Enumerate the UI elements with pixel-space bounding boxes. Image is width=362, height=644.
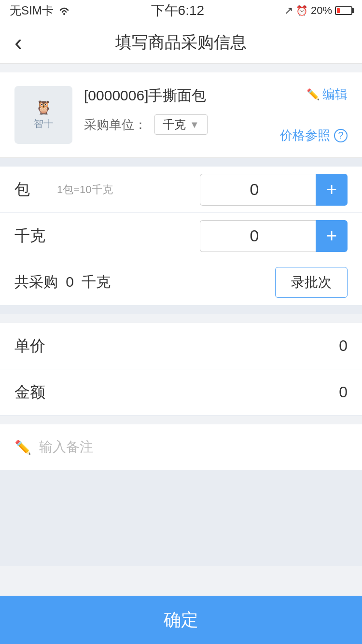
input-section: 包 1包=10千克 + 千克 + 共采购 0 千克 录批次 <box>0 167 362 306</box>
page-title: 填写商品采购信息 <box>115 31 247 54</box>
product-unit-row: 采购单位： 千克 ▼ <box>84 114 268 135</box>
status-carrier: 无SIM卡 <box>10 3 71 18</box>
battery-percent: 20% <box>311 4 332 17</box>
product-name: [0000006]手撕面包 <box>84 86 268 106</box>
amount-value: 0 <box>339 383 348 401</box>
bag-input-row: 包 1包=10千克 + <box>0 167 362 213</box>
alarm-icon: ⏰ <box>296 5 308 16</box>
summary-label: 共采购 0 千克 <box>14 272 111 292</box>
notes-placeholder: 输入备注 <box>39 438 93 456</box>
bag-label: 包 <box>14 179 53 200</box>
product-info: [0000006]手撕面包 采购单位： 千克 ▼ <box>84 86 268 135</box>
status-bar: 无SIM卡 下午6:12 ↗ ⏰ 20% <box>0 0 362 21</box>
unit-label: 采购单位： <box>84 116 147 133</box>
kg-input-row: 千克 + <box>0 213 362 259</box>
wifi-icon <box>57 5 71 16</box>
status-icons: ↗ ⏰ 20% <box>284 4 352 17</box>
section-divider-2 <box>0 306 362 314</box>
status-time: 下午6:12 <box>151 1 205 20</box>
unit-price-row: 单价 0 <box>0 323 362 369</box>
battery-icon <box>335 6 352 15</box>
product-image: 🦉 智十 <box>14 86 72 144</box>
bag-plus-button[interactable]: + <box>316 174 348 206</box>
edit-button[interactable]: ✏️ 编辑 <box>306 86 348 103</box>
notes-section[interactable]: ✏️ 输入备注 <box>0 424 362 470</box>
unit-price-label: 单价 <box>14 336 45 357</box>
unit-select[interactable]: 千克 ▼ <box>154 114 208 135</box>
batch-record-button[interactable]: 录批次 <box>275 267 348 298</box>
price-ref-button[interactable]: 价格参照 ? <box>280 127 348 144</box>
kg-input-wrap: + <box>200 220 348 252</box>
kg-input[interactable] <box>200 220 316 252</box>
price-section: 单价 0 金额 0 <box>0 323 362 416</box>
nav-bar: ‹ 填写商品采购信息 <box>0 21 362 64</box>
section-divider-1 <box>0 158 362 167</box>
product-card: 🦉 智十 [0000006]手撕面包 采购单位： 千克 ▼ ✏️ 编辑 价格参照… <box>0 72 362 158</box>
summary-row: 共采购 0 千克 录批次 <box>0 259 362 306</box>
bottom-spacer <box>0 470 362 566</box>
bag-sublabel: 1包=10千克 <box>57 182 113 197</box>
kg-plus-button[interactable]: + <box>316 220 348 252</box>
unit-price-value: 0 <box>339 337 348 355</box>
kg-label: 千克 <box>14 225 53 247</box>
price-ref-help-icon: ? <box>334 129 348 142</box>
bag-input-wrap: + <box>200 174 348 206</box>
confirm-button[interactable]: 确定 <box>0 596 362 644</box>
location-icon: ↗ <box>284 4 293 17</box>
bag-input[interactable] <box>200 174 316 206</box>
amount-row: 金额 0 <box>0 369 362 416</box>
back-button[interactable]: ‹ <box>14 31 22 54</box>
product-right: ✏️ 编辑 价格参照 ? <box>280 86 348 144</box>
svg-point-0 <box>63 13 65 15</box>
dropdown-arrow-icon: ▼ <box>190 119 199 130</box>
pencil-icon: ✏️ <box>14 439 31 455</box>
amount-label: 金额 <box>14 382 45 403</box>
